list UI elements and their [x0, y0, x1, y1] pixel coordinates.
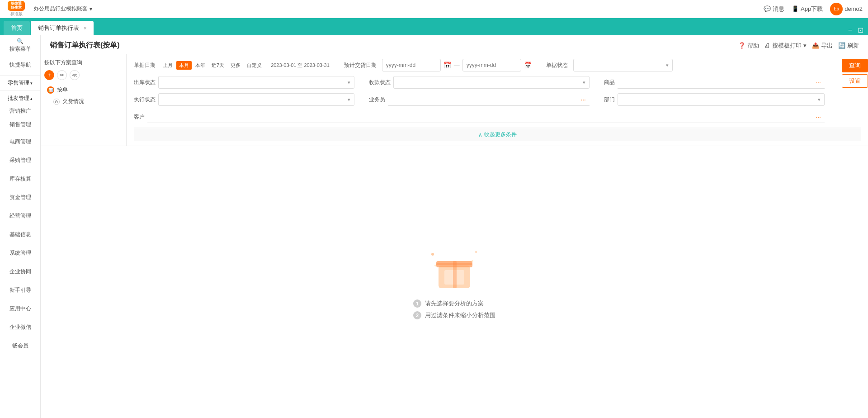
filter-panel: 按以下方案查询 + ✏ ≪ 📊 按单 ⊙ 欠货情况 — [41, 54, 868, 146]
delivery-status-dropdown-icon: ▾ — [348, 80, 350, 86]
scheme-item-by-order[interactable]: 📊 按单 — [44, 84, 123, 96]
order-status-dropdown-icon: ▾ — [666, 62, 669, 68]
collapse-conditions-btn[interactable]: ∧ 收起更多条件 — [134, 128, 861, 141]
filter-collection-field: 收款状态 ▾ — [369, 76, 590, 89]
export-label: 导出 — [821, 42, 833, 50]
newguide-label: 新手引导 — [9, 286, 31, 294]
topbar-right: 💬 消息 📱 App下载 Ea demo2 — [764, 3, 863, 15]
home-tab-label: 首页 — [11, 24, 23, 32]
sidebar-item-inventory[interactable]: 库存核算 — [2, 171, 38, 187]
date-tab-thismonth[interactable]: 本月 — [176, 61, 192, 70]
messages-btn[interactable]: 💬 消息 — [764, 5, 784, 13]
print-btn[interactable]: 🖨 按模板打印 ▾ — [764, 42, 807, 50]
salesperson-dots-btn[interactable]: ··· — [579, 96, 588, 103]
logo[interactable]: 畅捷通好生意 标准版 — [5, 1, 27, 17]
collection-status-select[interactable]: ▾ — [393, 76, 590, 89]
settings-btn[interactable]: 设置 — [842, 74, 868, 88]
sidebar-item-operations[interactable]: 经营管理 — [2, 208, 38, 224]
svg-rect-4 — [436, 263, 472, 265]
query-btn[interactable]: 查询 — [842, 59, 868, 72]
sidebar-section-retail: 零售管理 ▾ — [0, 75, 40, 89]
tab-home[interactable]: 首页 — [4, 21, 30, 35]
edit-scheme-btn[interactable]: ✏ — [57, 70, 67, 80]
date-tab-custom[interactable]: 自定义 — [244, 61, 264, 70]
empty-tip-2: 2 用过滤条件来缩小分析范围 — [413, 311, 495, 319]
delivery-status-select[interactable]: ▾ — [158, 76, 354, 89]
quicknav-label: 快捷导航 — [9, 61, 31, 69]
order-status-select[interactable]: ▾ — [573, 59, 673, 71]
sidebar-item-marketing[interactable]: 营销推广 — [2, 104, 38, 118]
collapse-scheme-btn[interactable]: ≪ — [70, 70, 80, 80]
collection-status-dropdown-icon: ▾ — [583, 80, 585, 86]
sidebar-item-retail[interactable]: 零售管理 ▾ — [0, 76, 40, 89]
date-tab-more[interactable]: 更多 — [228, 61, 243, 70]
system-label: 系统管理 — [9, 249, 31, 257]
empty-text: 1 请先选择要分析的方案 2 用过滤条件来缩小分析范围 — [413, 299, 495, 319]
tab-min-btn[interactable]: − — [847, 25, 853, 35]
finance-label: 资金管理 — [9, 194, 31, 201]
dept-dropdown-icon: ▾ — [818, 97, 821, 103]
print-icon: 🖨 — [764, 42, 770, 49]
filter-customer-field: 客户 ··· — [134, 110, 825, 123]
order-status-label: 单据状态 — [546, 62, 568, 69]
expected-date-end-input[interactable] — [462, 59, 521, 71]
appcenter-label: 应用中心 — [9, 305, 31, 313]
sidebar-item-wechat[interactable]: 企业微信 — [2, 319, 38, 336]
sidebar-item-ecommerce[interactable]: 电商管理 — [2, 133, 38, 150]
inventory-label: 库存核算 — [9, 175, 31, 183]
filter-inner: 按以下方案查询 + ✏ ≪ 📊 按单 ⊙ 欠货情况 — [41, 54, 868, 146]
topbar: 畅捷通好生意 标准版 办公用品行业模拟账套 ▾ 💬 消息 📱 App下载 Ea … — [0, 0, 868, 18]
ecommerce-label: 电商管理 — [9, 138, 31, 146]
product-dots-btn[interactable]: ··· — [814, 79, 823, 86]
sidebar-item-sales[interactable]: 销售管理 — [2, 118, 38, 131]
customer-label: 客户 — [134, 113, 145, 121]
dept-select[interactable]: ▾ — [618, 93, 825, 106]
sidebar-item-purchase[interactable]: 采购管理 — [2, 152, 38, 169]
sidebar-item-appcenter[interactable]: 应用中心 — [2, 300, 38, 317]
query-btn-group: 查询 设置 — [842, 59, 868, 88]
help-btn[interactable]: ❓ 帮助 — [738, 42, 759, 50]
svg-point-8 — [434, 265, 436, 266]
scheme-sub-shortage[interactable]: ⊙ 欠货情况 — [44, 96, 123, 107]
purchase-label: 采购管理 — [9, 157, 31, 164]
user-menu[interactable]: Ea demo2 — [830, 3, 863, 15]
message-icon: 💬 — [764, 5, 771, 12]
sidebar-item-wholesale[interactable]: 批发管理 ▴ — [0, 91, 40, 104]
page-title: 销售订单执行表(按单) — [50, 41, 120, 50]
filter-dept-field: 部门 ▾ — [604, 93, 825, 106]
active-tab-label: 销售订单执行表 — [38, 24, 79, 32]
calendar-start-icon[interactable]: 📅 — [443, 62, 451, 69]
sidebar-item-basic[interactable]: 基础信息 — [2, 226, 38, 243]
marketing-label: 营销推广 — [9, 107, 31, 115]
sidebar-item-finance[interactable]: 资金管理 — [2, 189, 38, 206]
calendar-end-icon[interactable]: 📅 — [524, 62, 532, 69]
export-btn[interactable]: 📤 导出 — [812, 42, 833, 50]
exec-status-select[interactable]: ▾ — [158, 93, 354, 106]
date-tab-7days[interactable]: 近7天 — [209, 61, 227, 70]
company-selector[interactable]: 办公用品行业模拟账套 ▾ — [31, 4, 95, 14]
svg-point-7 — [472, 260, 473, 262]
tab-close-icon[interactable]: × — [84, 25, 86, 31]
sidebar-item-quicknav[interactable]: 快捷导航 — [2, 57, 38, 73]
sidebar-item-enterprise[interactable]: 企业协同 — [2, 263, 38, 280]
date-tab-thisyear[interactable]: 本年 — [193, 61, 208, 70]
scheme-icon: 📊 — [47, 86, 54, 94]
scheme-sub-name: 欠货情况 — [62, 98, 84, 105]
date-tab-lastmonth[interactable]: 上月 — [160, 61, 175, 70]
expected-date-start-input[interactable] — [382, 59, 441, 71]
retail-label: 零售管理 — [8, 79, 29, 87]
sidebar-item-members[interactable]: 畅会员 — [2, 337, 38, 354]
app-download-btn[interactable]: 📱 App下载 — [792, 5, 823, 13]
sidebar-item-newguide[interactable]: 新手引导 — [2, 282, 38, 299]
main-layout: 🔍 搜索菜单 快捷导航 零售管理 ▾ 批发管理 ▴ 营销推广 销售管理 电 — [0, 35, 868, 418]
refresh-btn[interactable]: 🔄 刷新 — [838, 42, 859, 50]
date-range-display: 2023-03-01 至 2023-03-31 — [271, 62, 330, 69]
sidebar-item-search[interactable]: 🔍 搜索菜单 — [0, 35, 40, 56]
customer-dots-btn[interactable]: ··· — [814, 113, 823, 120]
sidebar-item-system[interactable]: 系统管理 — [2, 245, 38, 261]
tab-max-btn[interactable]: ⊡ — [857, 25, 864, 35]
add-scheme-btn[interactable]: + — [44, 70, 54, 80]
tab-sales-order[interactable]: 销售订单执行表 × — [31, 21, 94, 35]
page-header: 销售订单执行表(按单) ❓ 帮助 🖨 按模板打印 ▾ 📤 导出 🔄 刷新 — [41, 35, 868, 54]
svg-point-5 — [431, 253, 434, 256]
